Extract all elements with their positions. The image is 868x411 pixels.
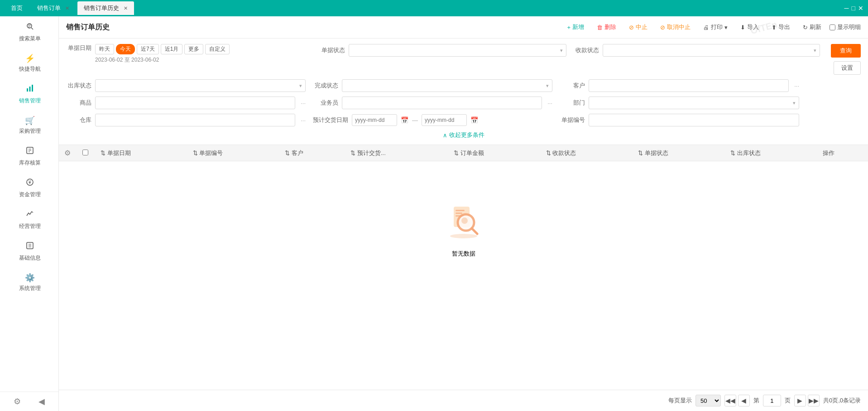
- col-order-amount: ⇅ 订单金额: [448, 145, 541, 161]
- delete-button[interactable]: 🗑 删除: [592, 21, 621, 34]
- minimize-btn[interactable]: ─: [844, 5, 849, 12]
- date-btn-custom[interactable]: 自定义: [205, 44, 230, 54]
- purchase-mgmt-icon: 🛒: [25, 116, 35, 126]
- last-page-btn[interactable]: ▶▶: [808, 395, 820, 406]
- page-size-select[interactable]: 10 20 50 100: [695, 395, 721, 406]
- page-number-input[interactable]: [763, 395, 781, 406]
- complete-status-select[interactable]: [342, 79, 552, 92]
- sidebar-item-sales-mgmt[interactable]: 销售管理: [0, 78, 58, 110]
- svg-rect-20: [456, 210, 465, 211]
- payment-status-label: 收款状态: [574, 46, 599, 54]
- date-btn-today[interactable]: 今天: [116, 44, 135, 54]
- col-warehouse-status-sort-icon[interactable]: ⇅: [730, 150, 735, 156]
- col-payment-status: ⇅ 收款状态: [541, 145, 633, 161]
- bill-number-input[interactable]: [589, 114, 799, 126]
- col-payment-status-sort-icon[interactable]: ⇅: [546, 150, 551, 156]
- collapse-link[interactable]: ∧ 收起更多条件: [66, 131, 861, 139]
- next-page-btn[interactable]: ▶: [794, 395, 806, 406]
- col-expected-delivery-sort-icon[interactable]: ⇅: [350, 150, 355, 156]
- refresh-icon: ↻: [803, 24, 808, 31]
- new-button[interactable]: + 新增: [562, 21, 589, 34]
- sidebar-item-inventory-calc[interactable]: 库存核算: [0, 140, 58, 172]
- tab-home[interactable]: 首页: [5, 1, 29, 15]
- prev-page-btn[interactable]: ◀: [738, 395, 750, 406]
- col-customer-sort-icon[interactable]: ⇅: [285, 150, 290, 156]
- col-order-amount-sort-icon[interactable]: ⇅: [454, 150, 459, 156]
- sidebar-settings-btn[interactable]: ⚙: [14, 396, 21, 406]
- sidebar-item-search-menu-label: 搜索菜单: [19, 35, 41, 43]
- warehouse-input[interactable]: [95, 114, 295, 126]
- query-button[interactable]: 查询: [831, 44, 861, 58]
- sidebar-item-system-mgmt[interactable]: ⚙️ 系统管理: [0, 267, 58, 298]
- goods-input[interactable]: [95, 97, 295, 109]
- date-btn-yesterday[interactable]: 昨天: [95, 44, 114, 54]
- new-label: 新增: [572, 23, 584, 31]
- select-all-checkbox[interactable]: [82, 150, 88, 155]
- table-settings-icon[interactable]: ⚙: [64, 149, 71, 157]
- date-label: 单据日期: [66, 44, 91, 52]
- display-detail-checkbox[interactable]: [830, 24, 835, 30]
- svg-rect-5: [27, 88, 28, 92]
- customer-dots-icon[interactable]: ···: [794, 82, 799, 89]
- sales-rep-dots-icon[interactable]: ···: [547, 100, 552, 106]
- payment-status-select-wrap: [603, 44, 820, 57]
- stop-button[interactable]: ⊘ 中止: [624, 21, 652, 34]
- sidebar-item-operations-mgmt[interactable]: 经营管理: [0, 204, 58, 236]
- warehouse-dots-icon[interactable]: ···: [301, 117, 306, 124]
- display-detail-toggle: 显示明细: [830, 23, 861, 31]
- tab-sales-order-close[interactable]: ✕: [65, 5, 69, 11]
- cancel-stop-button[interactable]: ⊘ 取消中止: [656, 21, 695, 34]
- calendar-to-icon[interactable]: 📅: [470, 116, 478, 124]
- complete-status-select-wrap: [342, 79, 552, 92]
- sidebar-item-basic-info[interactable]: 基础信息: [0, 236, 58, 267]
- col-bill-status-sort-icon[interactable]: ⇅: [638, 150, 643, 156]
- print-dropdown-icon: ▾: [724, 24, 728, 31]
- sales-rep-input[interactable]: [342, 97, 542, 109]
- table-checkbox-col: [77, 145, 95, 161]
- first-page-btn[interactable]: ◀◀: [724, 395, 736, 406]
- customer-input[interactable]: [589, 79, 789, 92]
- col-bill-date: ⇅ 单据日期: [95, 145, 187, 161]
- refresh-button[interactable]: ↻ 刷新: [798, 21, 826, 34]
- page-nav: ◀◀ ◀ 第 页 ▶ ▶▶: [724, 395, 820, 406]
- window-controls: ─ □ ✕: [844, 5, 863, 12]
- sidebar-item-sales-mgmt-label: 销售管理: [19, 97, 41, 105]
- delivery-date-to[interactable]: [422, 114, 467, 126]
- calendar-from-icon[interactable]: 📅: [401, 116, 408, 124]
- tab-sales-order[interactable]: 销售订单 ✕: [31, 1, 76, 15]
- tab-sales-order-history[interactable]: 销售订单历史 ✕: [77, 1, 134, 15]
- col-bill-number-sort-icon[interactable]: ⇅: [193, 150, 198, 156]
- tab-sales-order-history-close[interactable]: ✕: [124, 5, 128, 11]
- date-btn-7days[interactable]: 近7天: [137, 44, 159, 54]
- department-select[interactable]: [589, 97, 799, 109]
- sales-mgmt-icon: [25, 84, 34, 95]
- date-btn-1month[interactable]: 近1月: [161, 44, 183, 54]
- svg-point-25: [461, 218, 468, 224]
- sidebar-item-purchase-mgmt[interactable]: 🛒 采购管理: [0, 110, 58, 140]
- goods-dots-icon[interactable]: ···: [301, 100, 306, 106]
- sidebar-item-basic-info-label: 基础信息: [19, 254, 41, 262]
- import-icon: ⬇: [740, 24, 745, 31]
- sidebar-collapse-btn[interactable]: ◀: [38, 396, 45, 406]
- date-btn-more[interactable]: 更多: [184, 44, 203, 54]
- bill-status-select[interactable]: [349, 44, 566, 57]
- import-button[interactable]: ⬇ 导入: [736, 21, 763, 34]
- print-button[interactable]: 🖨 打印 ▾: [699, 21, 732, 34]
- stop-icon: ⊘: [629, 24, 634, 31]
- sidebar-item-quick-nav[interactable]: ⚡ 快捷导航: [0, 48, 58, 78]
- sidebar-item-search-menu[interactable]: 搜索菜单: [0, 16, 58, 48]
- empty-state: 暂无数据: [59, 161, 868, 294]
- close-btn[interactable]: ✕: [858, 5, 863, 12]
- warehouse-status-select[interactable]: [95, 79, 306, 92]
- setting-button[interactable]: 设置: [834, 61, 861, 75]
- department-label: 部门: [560, 99, 585, 107]
- delete-label: 删除: [604, 23, 616, 31]
- system-mgmt-icon: ⚙️: [25, 273, 35, 283]
- payment-status-select[interactable]: [603, 44, 820, 57]
- maximize-btn[interactable]: □: [852, 5, 855, 12]
- col-bill-date-sort-icon[interactable]: ⇅: [101, 150, 106, 156]
- export-button[interactable]: ⬆ 导出: [767, 21, 795, 34]
- sidebar-item-finance-mgmt[interactable]: ¥ 资金管理: [0, 172, 58, 204]
- delivery-date-from[interactable]: [352, 114, 397, 126]
- col-bill-status: ⇅ 单据状态: [633, 145, 725, 161]
